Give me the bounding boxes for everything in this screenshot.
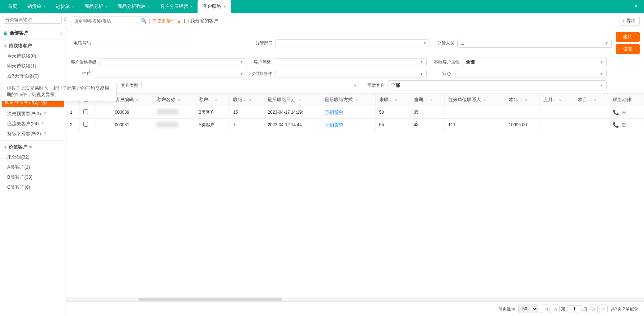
sidebar-pending-contact-title[interactable]: ▼ 待联络客户 — [0, 41, 66, 51]
phone-action-icon-2[interactable]: 📞 — [613, 122, 619, 128]
cell-method-2[interactable]: 下销货单 — [321, 119, 375, 131]
status-select[interactable]: ▼ — [454, 70, 607, 77]
th-customer-type[interactable]: 客户... ⇅ — [195, 94, 229, 106]
setting-button[interactable]: 设置 — [616, 44, 640, 54]
arrow-down-icon: ▼ — [4, 44, 7, 48]
method-link-2[interactable]: 下销货单 — [325, 122, 343, 127]
per-page-select[interactable]: 50 20 100 — [518, 305, 538, 313]
loss-risk-info-icon: ? — [43, 112, 46, 116]
nav-tab-home[interactable]: 首页 — [3, 0, 22, 13]
sidebar-collapse-icon[interactable]: » — [60, 30, 62, 36]
page-next-button[interactable]: ▷ — [589, 305, 598, 313]
page-prev-button[interactable]: ◁ — [551, 305, 560, 313]
main-layout: 🔍 ⊞ 全部客户 » ▼ 待联络客户 今天待联络(0) 明天待联络(1) 近7天… — [0, 13, 644, 316]
search-input[interactable] — [74, 18, 140, 23]
sidebar-item-loss-risk[interactable]: 流失预警客户(3) ? — [0, 109, 66, 119]
filter-row-1: 电话号码 分管部门 ▼ 分管人员 ... ▼ — [71, 32, 640, 54]
cell-count-1: 15 — [230, 106, 264, 119]
cell-action-1: 📞 ⊞ — [609, 106, 644, 119]
grid-action-icon-2[interactable]: ⊞ — [622, 122, 626, 128]
filter-payment: 收付款条件 ▼ — [251, 70, 426, 77]
phone-action-icon-1[interactable]: 📞 — [613, 109, 619, 115]
sort-this-month-icon: ⇅ — [593, 98, 596, 102]
page-first-button[interactable]: |◁ — [541, 305, 550, 313]
tooltip-box: 距客户上次交易时长，超过了此客户的平均交易周期的1.5倍，则视为异常。 — [2, 82, 66, 101]
price-grade-select[interactable]: ▼ — [99, 58, 246, 66]
th-action: 联络动作 — [609, 94, 644, 106]
nav-tab-purchase[interactable]: 进货单 × — [51, 0, 79, 13]
nav-tab-customer-segment[interactable]: 客户分层经营 × — [155, 0, 198, 13]
close-customer-contact-icon[interactable]: × — [223, 4, 226, 9]
person-select[interactable]: ... ▼ — [457, 39, 612, 48]
cell-date-1: 2023-04-17 14:19: — [264, 106, 321, 119]
scrollbar-thumb[interactable] — [138, 298, 282, 301]
row-1-checkbox[interactable] — [83, 109, 88, 114]
more-conditions-button[interactable]: ▽ 更多条件 ▲ — [153, 18, 181, 24]
search-icon[interactable]: 🔍 — [140, 18, 147, 24]
row-2-checkbox[interactable] — [83, 122, 88, 127]
sidebar-item-week[interactable]: 近7天待联络(0) — [0, 71, 66, 81]
th-customer-name[interactable]: 客户名称 ⇅ — [153, 94, 195, 106]
close-product-list-icon[interactable]: × — [148, 4, 150, 9]
dept-select[interactable]: ▼ — [275, 39, 430, 47]
sidebar-search-icon[interactable]: 🔍 — [63, 17, 66, 23]
phone-input[interactable] — [94, 39, 194, 47]
sidebar-search-input[interactable] — [3, 16, 62, 24]
th-customer-code[interactable]: 客户编码 ⇅ — [111, 94, 153, 106]
cell-unit-2: 111 — [445, 119, 505, 131]
toolbar: 🔍 ▽ 更多条件 ▲ 我分管的客户 ↑ 导出 — [66, 13, 644, 29]
th-last-contact-method[interactable]: 最后联络方式 ⇅ — [321, 94, 375, 106]
sidebar-value-customers-title[interactable]: ▼ 价值客户 ✎ — [0, 142, 66, 152]
customer-grade-select[interactable]: ▼ — [274, 58, 426, 66]
filter-retail: 零散客户 全部 ▼ — [365, 80, 607, 90]
method-link-1[interactable]: 下销货单 — [325, 109, 343, 115]
sidebar-item-unclassified[interactable]: 未分组(32) — [0, 152, 66, 162]
close-product-analysis-icon[interactable]: × — [105, 4, 107, 9]
th-uncontacted[interactable]: 未联... ⇅ — [375, 94, 410, 106]
payment-select[interactable]: ▼ — [275, 70, 426, 77]
th-overdue[interactable]: 逾期... ⇅ — [410, 94, 444, 106]
page-number-input[interactable] — [567, 305, 582, 312]
th-contact-count[interactable]: 联络... ⇅ — [230, 94, 264, 106]
export-button[interactable]: ↑ 导出 — [619, 16, 640, 26]
cell-method-1[interactable]: 下销货单 — [321, 106, 375, 119]
th-unit-contact[interactable]: 往来单位联系人 ⇅ — [445, 94, 505, 106]
blurred-name-1 — [157, 109, 178, 114]
customer-type-select[interactable]: ▼ — [141, 82, 360, 89]
close-sales-icon[interactable]: × — [43, 4, 46, 9]
filter-dept: 分管部门 ▼ — [252, 39, 430, 47]
per-page-label: 每页显示 — [498, 306, 515, 312]
cell-unit-1 — [445, 106, 505, 119]
query-button[interactable]: 查询 — [616, 32, 640, 42]
nav-tab-product-list[interactable]: 商品分析列表 × — [112, 0, 155, 13]
horizontal-scrollbar[interactable] — [66, 297, 644, 301]
sidebar-item-decline[interactable]: 持续下滑客户(2) ? — [0, 129, 66, 139]
sidebar-item-today[interactable]: 今天待联络(0) — [0, 51, 66, 61]
th-this-month[interactable]: 本月... ⇅ — [574, 94, 609, 106]
grid-action-icon-1[interactable]: ⊞ — [622, 109, 626, 115]
retail-select[interactable]: 全部 ▼ — [388, 80, 607, 90]
close-purchase-icon[interactable]: × — [72, 4, 74, 9]
page-last-button[interactable]: ▷| — [599, 305, 608, 313]
sidebar-item-a-class[interactable]: A类客户(1) — [0, 162, 66, 172]
table-row: 1 000039 B类客户 15 2023-04-17 14:19: 下销货单 … — [66, 106, 644, 119]
th-last-contact-date[interactable]: 最后联络日期 ⇅ — [264, 94, 321, 106]
th-last-month[interactable]: 上月... ⇅ — [539, 94, 574, 106]
sidebar-all-customers[interactable]: ⊞ 全部客户 » — [0, 27, 66, 39]
nav-tab-product-analysis[interactable]: 商品分析 × — [79, 0, 112, 13]
sidebar-item-b-class[interactable]: B类客户(33) — [0, 172, 66, 182]
nav-tab-customer-contact[interactable]: 客户联络 × — [198, 0, 231, 13]
nav-tab-sales[interactable]: 销货单 × — [22, 0, 51, 13]
edit-icon[interactable]: ✎ — [29, 145, 32, 150]
close-customer-segment-icon[interactable]: × — [190, 4, 193, 9]
th-this-year[interactable]: 本年... ⇅ — [505, 94, 539, 106]
retail-attr-select[interactable]: 全部 ▼ — [463, 57, 607, 67]
sidebar-item-tomorrow[interactable]: 明天待联络(1) — [0, 61, 66, 71]
cell-this-month-1 — [574, 106, 609, 119]
sidebar-item-c-class[interactable]: C类客户(6) — [0, 182, 66, 192]
filter-phone: 电话号码 — [71, 39, 248, 47]
sidebar-item-lost[interactable]: 已流失客户(24) ? — [0, 119, 66, 129]
window-close-button[interactable]: × — [631, 1, 641, 11]
gender-select[interactable]: ▼ — [94, 70, 246, 77]
my-customers-checkbox[interactable] — [184, 19, 189, 23]
